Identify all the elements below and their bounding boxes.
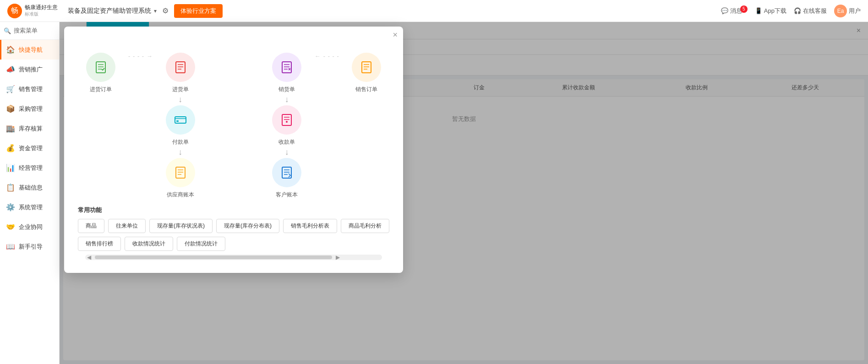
online-service-btn[interactable]: 🎧 在线客服 (794, 7, 827, 15)
sidebar: 🔍 搜索菜单 🏠 快捷导航 📣 营销推广 🛒 销售管理 📦 采购管理 🏬 (0, 22, 60, 364)
flow-item-receipt-bill[interactable]: 收款单 (264, 105, 310, 146)
modal-overlay: × 进货订单 - - - - → (60, 22, 868, 364)
svg-rect-10 (176, 120, 179, 122)
service-icon: 🎧 (794, 7, 801, 14)
func-btn-current-stock-status[interactable]: 现存量(库存状况表) (149, 219, 213, 233)
sidebar-item-system[interactable]: ⚙️ 系统管理 (0, 197, 59, 217)
purchase-bill-col: 进货单 ↓ 付款单 ↓ 供应商账本 (158, 53, 203, 199)
func-btn-receipt-stats[interactable]: 收款情况统计 (125, 237, 173, 251)
flow-item-payment-bill[interactable]: 付款单 (158, 105, 203, 146)
func-btn-product-margin-analysis[interactable]: 商品毛利分析 (341, 219, 389, 233)
func-btn-payment-stats[interactable]: 付款情况统计 (177, 237, 225, 251)
inventory-icon: 🏬 (6, 124, 15, 133)
download-icon: 📱 (755, 7, 762, 14)
sales-icon: 🛒 (6, 85, 15, 93)
operations-icon: 📊 (6, 163, 15, 172)
func-btn-sales-ranking[interactable]: 销售排行榜 (78, 237, 121, 251)
settings-gear-btn[interactable]: ⚙ (162, 6, 169, 15)
func-btn-sales-margin-analysis[interactable]: 销售毛利分析表 (283, 219, 337, 233)
func-btn-current-stock-dist[interactable]: 现存量(库存分布表) (216, 219, 279, 233)
sale-bill-label: 销货单 (278, 86, 295, 93)
system-title: 装备及固定资产辅助管理系统 ▾ (68, 7, 157, 15)
logo-icon: 畅 (7, 4, 22, 18)
payment-bill-label: 付款单 (172, 138, 189, 146)
svg-point-24 (286, 121, 288, 123)
purchase-bill-icon (166, 53, 195, 82)
sidebar-item-enterprise[interactable]: 🤝 企业协同 (0, 217, 59, 237)
flow-diagram: 进货订单 - - - - → 进货单 ↓ (78, 53, 389, 199)
purchase-bill-label: 进货单 (172, 86, 189, 93)
arrow-h-1: - - - - → (128, 53, 153, 72)
customer-ledger-label: 客户账本 (276, 191, 298, 199)
sidebar-item-marketing[interactable]: 📣 营销推广 (0, 60, 59, 79)
left-flow-col: 进货订单 (78, 53, 124, 93)
svg-rect-0 (96, 62, 105, 73)
modal-scrollbar[interactable]: ◀ ▶ (85, 255, 382, 260)
func-btn-product[interactable]: 商品 (78, 219, 104, 233)
sidebar-item-operations[interactable]: 📊 经营管理 (0, 158, 59, 178)
flow-item-purchase-bill[interactable]: 进货单 (158, 53, 203, 93)
arrow-v-4: ↓ (285, 148, 289, 156)
customer-ledger-icon (272, 158, 301, 187)
sidebar-item-quick-nav[interactable]: 🏠 快捷导航 (0, 40, 59, 60)
svg-rect-21 (282, 114, 291, 125)
message-badge: 5 (740, 5, 748, 13)
message-icon: 💬 (721, 7, 728, 14)
flow-item-customer-ledger[interactable]: 客户账本 (264, 158, 310, 199)
base-info-icon: 📋 (6, 183, 15, 192)
common-functions-section: 常用功能 商品 往来单位 现存量(库存状况表) 现存量(库存分布表) 销售毛利分… (78, 206, 389, 251)
common-btns-row1: 商品 往来单位 现存量(库存状况表) 现存量(库存分布表) 销售毛利分析表 商品… (78, 219, 389, 233)
user-area[interactable]: Ea 用户 (834, 5, 861, 17)
supplier-ledger-icon (166, 158, 195, 187)
flow-item-sale-bill[interactable]: 销货单 (264, 53, 310, 93)
modal-header: × (64, 27, 403, 43)
system-dropdown-btn[interactable]: ▾ (154, 8, 157, 14)
search-menu-btn[interactable]: 🔍 搜索菜单 (0, 22, 59, 40)
scroll-left-btn[interactable]: ◀ (85, 254, 93, 261)
payment-bill-icon (166, 105, 195, 135)
sidebar-item-purchase[interactable]: 📦 采购管理 (0, 99, 59, 119)
scroll-right-btn[interactable]: ▶ (334, 254, 342, 261)
common-btns-row2: 销售排行榜 收款情况统计 付款情况统计 (78, 237, 389, 251)
flow-item-purchase-order[interactable]: 进货订单 (78, 53, 124, 93)
logo-area: 畅 畅康通好生意 标准版 (7, 4, 62, 18)
sidebar-item-finance[interactable]: 💰 资金管理 (0, 138, 59, 158)
svg-rect-4 (176, 62, 185, 73)
modal-close-btn[interactable]: × (393, 30, 398, 40)
system-icon: ⚙️ (6, 203, 15, 212)
svg-rect-25 (282, 167, 291, 178)
modal-dialog: × 进货订单 - - - - → (64, 27, 403, 273)
message-btn[interactable]: 💬 消息 5 (721, 7, 748, 15)
sidebar-item-sales[interactable]: 🛒 销售管理 (0, 79, 59, 99)
top-right: 💬 消息 5 📱 App下载 🎧 在线客服 Ea 用户 (721, 5, 861, 17)
func-btn-counterpart[interactable]: 往来单位 (108, 219, 146, 233)
receipt-bill-icon (272, 105, 301, 135)
top-bar: 畅 畅康通好生意 标准版 装备及固定资产辅助管理系统 ▾ ⚙ 体验行业方案 💬 … (0, 0, 868, 22)
svg-rect-8 (175, 117, 186, 123)
sale-order-icon (352, 53, 381, 82)
sidebar-item-newbie[interactable]: 📖 新手引导 (0, 237, 59, 256)
app-download-btn[interactable]: 📱 App下载 (755, 7, 786, 15)
sale-bill-icon (272, 53, 301, 82)
logo-text: 畅康通好生意 (25, 4, 58, 11)
purchase-order-label: 进货订单 (90, 86, 112, 93)
sale-bill-col: 销货单 ↓ 收款单 ↓ 客户账本 (264, 53, 310, 199)
sidebar-item-inventory[interactable]: 🏬 库存核算 (0, 119, 59, 138)
svg-rect-11 (176, 167, 185, 178)
search-icon: 🔍 (4, 27, 11, 34)
arrow-v-3: ↓ (285, 95, 289, 103)
flow-item-supplier-ledger[interactable]: 供应商账本 (158, 158, 203, 199)
sidebar-item-base-info[interactable]: 📋 基础信息 (0, 178, 59, 197)
enterprise-icon: 🤝 (6, 223, 15, 231)
arrow-h-2: - - - - → (314, 53, 339, 72)
logo-sub: 标准版 (25, 11, 58, 17)
purchase-order-icon (86, 53, 115, 82)
svg-rect-29 (362, 62, 371, 73)
trial-btn[interactable]: 体验行业方案 (174, 4, 223, 18)
finance-icon: 💰 (6, 144, 15, 152)
common-functions-title: 常用功能 (78, 206, 389, 214)
receipt-bill-label: 收款单 (278, 138, 295, 146)
scroll-bar-thumb[interactable] (95, 255, 332, 259)
flow-item-sale-order[interactable]: 销售订单 (344, 53, 389, 93)
avatar: Ea (834, 5, 847, 17)
